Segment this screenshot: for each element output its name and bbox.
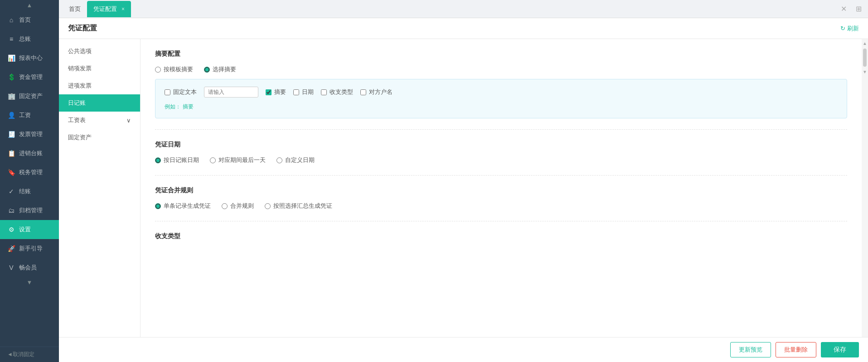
nav-journal[interactable]: 日记账 xyxy=(59,94,140,112)
maximize-button[interactable]: ⊞ xyxy=(853,4,864,14)
date-section: 凭证日期 按日记账日期 对应期间最后一天 自定义日期 xyxy=(155,141,847,176)
nav-payroll-table[interactable]: 工资表 ∨ xyxy=(59,112,140,129)
date-radio-group: 按日记账日期 对应期间最后一天 自定义日期 xyxy=(155,156,847,164)
sidebar-item-tax[interactable]: 🔖 税务管理 xyxy=(0,163,59,182)
invoice-icon: 🧾 xyxy=(7,131,15,138)
scroll-thumb[interactable] xyxy=(863,49,867,67)
window-controls: ✕ ⊞ xyxy=(838,4,864,14)
checkbox-date[interactable]: 日期 xyxy=(293,88,314,96)
vip-icon: V xyxy=(7,264,15,271)
checkbox-row: 固定文本 摘要 日期 xyxy=(165,87,838,98)
refresh-icon: ↻ xyxy=(840,25,845,32)
sidebar-item-settings[interactable]: ⚙ 设置 xyxy=(0,220,59,239)
example-value: 摘要 xyxy=(183,103,194,110)
summary-section-title: 摘要配置 xyxy=(155,50,847,58)
tab-home[interactable]: 首页 xyxy=(63,1,87,17)
cancel-fixed-button[interactable]: ◄取消固定 xyxy=(0,347,59,362)
sidebar-item-reports[interactable]: 📊 报表中心 xyxy=(0,49,59,68)
example-row: 例如： 摘要 xyxy=(165,103,838,111)
checkbox-summary[interactable]: 摘要 xyxy=(266,88,286,96)
refresh-button[interactable]: ↻ 刷新 xyxy=(840,24,859,33)
chevron-down-icon: ∨ xyxy=(126,117,131,124)
settings-icon: ⚙ xyxy=(7,226,15,233)
scroll-up-arrow[interactable]: ▲ xyxy=(861,39,868,48)
page-header: 凭证配置 ↻ 刷新 xyxy=(59,18,868,39)
nav-public-options[interactable]: 公共选项 xyxy=(59,43,140,60)
date-radio-last-day[interactable]: 对应期间最后一天 xyxy=(210,156,266,164)
purchase-sales-icon: 📋 xyxy=(7,150,15,157)
summary-radio-select[interactable]: 选择摘要 xyxy=(204,65,236,73)
sidebar-scroll-down[interactable]: ▼ xyxy=(0,277,59,288)
date-radio-custom[interactable]: 自定义日期 xyxy=(276,156,315,164)
checkbox-counterpart-name[interactable]: 对方户名 xyxy=(360,88,393,96)
example-prefix: 例如： xyxy=(165,103,181,110)
assets-icon: 🏢 xyxy=(7,93,15,100)
merge-section: 凭证合并规则 单条记录生成凭证 合并规则 按照选择汇总生成凭证 xyxy=(155,186,847,221)
ledger-icon: ≡ xyxy=(7,35,15,43)
sidebar-item-home[interactable]: ⌂ 首页 xyxy=(0,10,59,29)
sidebar-item-ledger[interactable]: ≡ 总账 xyxy=(0,29,59,49)
sidebar-item-archive[interactable]: 🗂 归档管理 xyxy=(0,201,59,220)
date-radio-journal[interactable]: 按日记账日期 xyxy=(155,156,199,164)
bottom-bar: 更新预览 批量删除 保存 xyxy=(59,337,868,362)
fixed-text-input[interactable] xyxy=(204,87,258,98)
tab-voucher-config[interactable]: 凭证配置 × xyxy=(87,1,131,17)
date-section-title: 凭证日期 xyxy=(155,141,847,149)
sidebar-item-funds[interactable]: 💲 资金管理 xyxy=(0,68,59,87)
guide-icon: 🚀 xyxy=(7,245,15,252)
sidebar-item-payroll[interactable]: 👤 工资 xyxy=(0,106,59,125)
summary-radio-group: 按模板摘要 选择摘要 xyxy=(155,65,847,73)
left-nav: 公共选项 销项发票 进项发票 日记账 工资表 ∨ 固定资产 xyxy=(59,39,141,337)
sidebar-item-invoice[interactable]: 🧾 发票管理 xyxy=(0,125,59,144)
merge-radio-merge[interactable]: 合并规则 xyxy=(222,202,254,210)
update-preview-button[interactable]: 更新预览 xyxy=(730,342,771,357)
sidebar-item-guide[interactable]: 🚀 新手引导 xyxy=(0,239,59,258)
sidebar-scroll-up[interactable]: ▲ xyxy=(0,0,59,10)
page-title: 凭证配置 xyxy=(68,24,97,33)
scroll-down-arrow[interactable]: ▼ xyxy=(861,68,868,76)
sidebar: ▲ ⌂ 首页 ≡ 总账 📊 报表中心 💲 资金管理 🏢 固定资产 👤 工资 🧾 … xyxy=(0,0,59,362)
sidebar-item-purchase-sales[interactable]: 📋 进销台账 xyxy=(0,144,59,163)
sidebar-item-closing[interactable]: ✓ 结账 xyxy=(0,182,59,201)
reports-icon: 📊 xyxy=(7,54,15,62)
closing-icon: ✓ xyxy=(7,188,15,195)
sidebar-item-vip[interactable]: V 畅会员 xyxy=(0,258,59,277)
checkbox-fixed-text[interactable]: 固定文本 xyxy=(165,88,197,96)
income-type-title: 收支类型 xyxy=(155,232,847,240)
save-button[interactable]: 保存 xyxy=(821,342,859,357)
right-content: 摘要配置 按模板摘要 选择摘要 xyxy=(141,39,862,337)
checkbox-income-type[interactable]: 收支类型 xyxy=(321,88,353,96)
merge-radio-single[interactable]: 单条记录生成凭证 xyxy=(155,202,211,210)
batch-delete-button[interactable]: 批量删除 xyxy=(776,342,816,357)
minimize-button[interactable]: ✕ xyxy=(838,4,849,14)
tab-bar: 首页 凭证配置 × ✕ ⊞ xyxy=(59,0,868,18)
nav-fixed-assets[interactable]: 固定资产 xyxy=(59,129,140,146)
income-type-section: 收支类型 xyxy=(155,232,847,259)
summary-radio-template[interactable]: 按模板摘要 xyxy=(155,65,193,73)
payroll-icon: 👤 xyxy=(7,112,15,119)
funds-icon: 💲 xyxy=(7,73,15,81)
tab-close-icon[interactable]: × xyxy=(121,6,125,12)
summary-section: 摘要配置 按模板摘要 选择摘要 xyxy=(155,50,847,130)
merge-radio-group: 单条记录生成凭证 合并规则 按照选择汇总生成凭证 xyxy=(155,202,847,210)
content-area: 凭证配置 ↻ 刷新 公共选项 销项发票 进项发票 日记账 xyxy=(59,18,868,362)
summary-config-box: 固定文本 摘要 日期 xyxy=(155,79,847,118)
nav-purchase-invoice[interactable]: 进项发票 xyxy=(59,77,140,94)
nav-sales-invoice[interactable]: 销项发票 xyxy=(59,60,140,77)
sidebar-item-assets[interactable]: 🏢 固定资产 xyxy=(0,87,59,106)
main-area: 首页 凭证配置 × ✕ ⊞ 凭证配置 ↻ 刷新 公共选项 xyxy=(59,0,868,362)
tax-icon: 🔖 xyxy=(7,169,15,176)
body-layout: 公共选项 销项发票 进项发票 日记账 工资表 ∨ 固定资产 xyxy=(59,39,868,337)
merge-section-title: 凭证合并规则 xyxy=(155,186,847,195)
scroll-edge: ▲ ▼ xyxy=(862,39,868,337)
archive-icon: 🗂 xyxy=(7,207,15,214)
home-icon: ⌂ xyxy=(7,16,15,24)
merge-radio-summary[interactable]: 按照选择汇总生成凭证 xyxy=(265,202,332,210)
